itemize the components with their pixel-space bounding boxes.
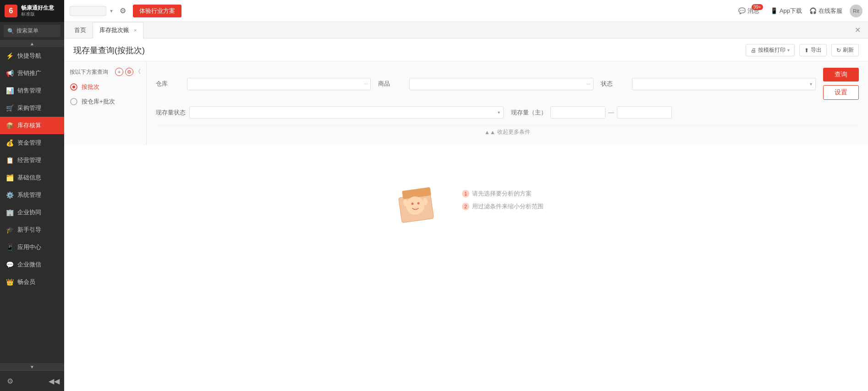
tab-home-label: 首页 [74,26,86,34]
sidebar-item-basic-label: 基础信息 [17,174,41,182]
vip-icon: 👑 [5,278,14,286]
ops-icon: 📋 [5,156,14,164]
search-menu[interactable]: 🔍 搜索菜单 [4,25,60,37]
sidebar-item-ops-label: 经营管理 [17,156,41,164]
sidebar-item-basic[interactable]: 🗂️ 基础信息 [0,169,64,186]
empty-hint-2-text: 用过滤条件来缩小分析范围 [472,202,544,211]
app-download-icon: 📱 [770,7,778,14]
filter-group-warehouse: 仓库 ··· [156,78,371,90]
filter-add-btn[interactable]: + [115,68,123,76]
filter-settings-btn[interactable]: ⚙ [125,68,133,76]
search-icon: 🔍 [7,28,14,34]
online-service-label: 在线客服 [819,7,842,15]
message-btn[interactable]: 💬 消息 99+ [738,7,759,15]
sidebar-settings-btn[interactable]: ⚙ [4,375,16,387]
svg-point-8 [418,202,420,205]
filter-sidebar-actions: + ⚙ 《 [115,68,141,76]
sidebar-item-appstore-label: 应用中心 [17,243,41,251]
template-print-label: 按模板打印 [758,46,786,54]
sidebar-item-vip[interactable]: 👑 畅会员 [0,273,64,291]
app-download-btn[interactable]: 📱 App下载 [770,7,802,15]
stock-amount-min[interactable] [550,106,605,119]
template-print-btn[interactable]: 🖨 按模板打印 ▾ [746,44,795,56]
filter-sidebar-title: 按以下方案查询 [70,68,108,76]
filter-collapse-btn[interactable]: 《 [135,68,141,76]
goods-input[interactable] [409,78,593,90]
sidebar-footer: ⚙ ◀◀ [0,370,64,391]
tab-home[interactable]: 首页 [68,22,93,38]
warehouse-input[interactable] [187,78,371,90]
page-content: 现存量查询(按批次) 🖨 按模板打印 ▾ ⬆ 导出 ↻ 刷新 [64,38,868,391]
nav-scroll: ⚡ 快捷导航 📢 营销推广 📊 销售管理 🛒 采购管理 📦 库存核算 💰 资金管… [0,47,64,363]
sidebar-collapse-btn[interactable]: ◀◀ [48,375,60,387]
sidebar-item-inventory[interactable]: 📦 库存核算 [0,117,64,134]
topbar: ▾ ⚙ 体验行业方案 💬 消息 99+ 📱 App下载 🎧 在线客服 Rit [64,0,868,22]
filter-item-warehouse-batch-label: 按仓库+批次 [82,98,115,106]
scroll-up[interactable]: ▲ [0,40,64,47]
trial-btn[interactable]: 体验行业方案 [133,5,181,17]
status-select[interactable] [632,78,816,90]
sidebar-item-finance[interactable]: 💰 资金管理 [0,134,64,152]
appstore-icon: 📱 [5,243,14,251]
status-label: 状态 [601,80,628,88]
filter-group-goods: 商品 ··· [378,78,593,90]
sidebar-item-quick-nav[interactable]: ⚡ 快捷导航 [0,47,64,65]
tab-close-btn[interactable]: × [134,27,137,33]
breadcrumb-chevron-icon[interactable]: ▾ [110,8,113,14]
sidebar-item-newbie[interactable]: 🎓 新手引导 [0,221,64,239]
online-service-btn[interactable]: 🎧 在线客服 [809,7,842,15]
message-icon: 💬 [738,7,746,14]
topbar-gear-icon[interactable]: ⚙ [116,5,129,17]
filter-item-warehouse-batch[interactable]: 按仓库+批次 [64,94,146,109]
warehouse-dots[interactable]: ··· [364,81,368,87]
export-btn[interactable]: ⬆ 导出 [799,44,827,56]
tab-inventory-batch-label: 库存批次账 [99,26,129,34]
avatar: Rit [850,5,863,17]
svg-point-1 [72,86,75,88]
sidebar-item-wechat[interactable]: 💬 企业微信 [0,256,64,273]
tab-panel-close-btn[interactable]: ✕ [851,22,864,38]
marketing-icon: 📢 [5,69,14,77]
collapse-up-icon: ▲▲ [484,129,495,136]
app-subtitle: 标准版 [21,11,54,17]
sidebar: 6 畅康通好生意 标准版 🔍 搜索菜单 ▲ ⚡ 快捷导航 📢 营销推广 📊 销售… [0,0,64,391]
sidebar-item-sales[interactable]: 📊 销售管理 [0,82,64,99]
breadcrumb-input[interactable] [70,6,106,16]
topbar-right: 💬 消息 99+ 📱 App下载 🎧 在线客服 Rit [738,5,863,17]
stock-status-select-wrapper: ▾ [189,106,504,119]
sidebar-item-enterprise[interactable]: 🏢 企业协同 [0,204,64,221]
goods-label: 商品 [378,80,406,88]
main-area: ▾ ⚙ 体验行业方案 💬 消息 99+ 📱 App下载 🎧 在线客服 Rit [64,0,868,391]
collapse-more-btn[interactable]: ▲▲ 收起更多条件 [156,125,859,139]
filter-panel: 按以下方案查询 + ⚙ 《 按批次 [64,61,868,145]
stock-amount-dash: — [608,109,614,116]
query-btn[interactable]: 查询 [823,68,859,81]
headset-icon: 🎧 [809,7,817,14]
app-logo: 6 [5,5,17,17]
stock-amount-max[interactable] [617,106,672,119]
user-menu[interactable]: Rit [850,5,863,17]
goods-dots[interactable]: ··· [586,81,590,87]
filter-row-1: 仓库 ··· 商品 ··· 状态 [156,68,859,100]
refresh-btn[interactable]: ↻ 刷新 [831,44,859,56]
scroll-down[interactable]: ▼ [0,363,64,370]
filter-item-warehouse-batch-icon [70,98,78,106]
sidebar-item-appstore[interactable]: 📱 应用中心 [0,239,64,256]
empty-hint-1-num: 1 [462,190,469,197]
stock-status-select[interactable] [189,106,504,119]
settings-btn[interactable]: 设置 [823,85,859,100]
empty-state: 1 请先选择要分析的方案 2 用过滤条件来缩小分析范围 [64,145,868,255]
stock-status-label: 现存量状态 [156,109,186,117]
sidebar-item-purchase-label: 采购管理 [17,104,41,112]
app-title-block: 畅康通好生意 标准版 [21,5,54,17]
filter-item-batch[interactable]: 按批次 [64,80,146,94]
sidebar-item-system[interactable]: ⚙️ 系统管理 [0,186,64,204]
empty-svg [389,173,444,228]
sidebar-item-ops[interactable]: 📋 经营管理 [0,152,64,169]
sidebar-item-marketing[interactable]: 📢 营销推广 [0,65,64,82]
app-download-label: App下载 [780,7,802,15]
sidebar-item-purchase[interactable]: 🛒 采购管理 [0,99,64,117]
goods-input-wrapper: ··· [409,78,593,90]
quick-nav-icon: ⚡ [5,52,14,60]
tab-inventory-batch[interactable]: 库存批次账 × [93,22,143,38]
